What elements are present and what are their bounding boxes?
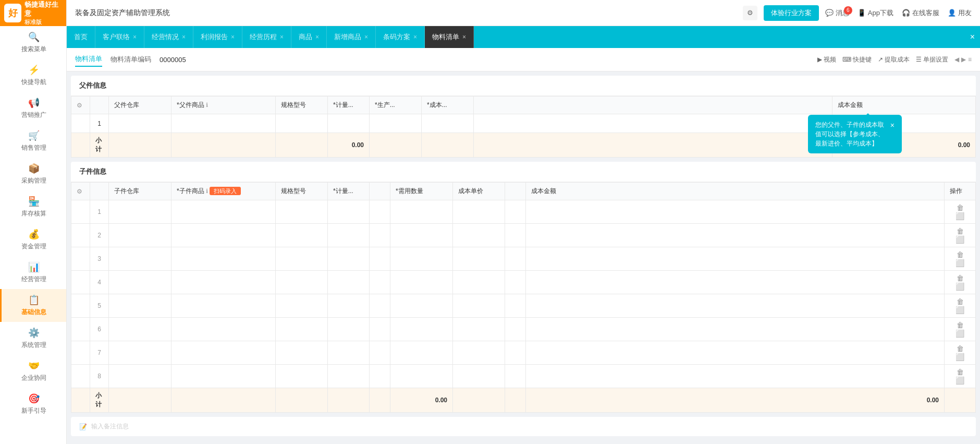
settings-button[interactable]: ⚙ (743, 6, 757, 20)
child-row-0-unit[interactable] (328, 200, 370, 224)
nav-prev[interactable]: ◀ (954, 56, 959, 63)
parent-row-cost[interactable] (422, 114, 474, 133)
sidebar-item-system[interactable]: ⚙️ 系统管理 (0, 322, 66, 355)
tab-customers[interactable]: 客户联络 × (95, 26, 144, 48)
child-row-6-copy-btn[interactable]: ⬜ (954, 352, 965, 362)
single-settings-action[interactable]: ☰ 单据设置 (916, 55, 948, 64)
parent-row-spec[interactable] (276, 114, 328, 133)
child-row-7-warehouse[interactable] (109, 365, 172, 388)
sub-tab-bom-code[interactable]: 物料清单编码 (111, 53, 151, 66)
parent-product-info-icon[interactable]: ℹ (206, 102, 208, 108)
child-row-4-product[interactable] (172, 294, 276, 318)
tab-operations[interactable]: 经营情况 × (144, 26, 193, 48)
child-row-2-unit[interactable] (328, 247, 370, 271)
sidebar-item-inventory[interactable]: 🏪 库存核算 (0, 190, 66, 223)
child-row-1-quantity[interactable] (390, 224, 453, 247)
sidebar-item-sales[interactable]: 🛒 销售管理 (0, 125, 66, 158)
child-row-0-product[interactable] (172, 200, 276, 224)
child-row-4-unit[interactable] (328, 294, 370, 318)
child-row-6-warehouse[interactable] (109, 341, 172, 365)
close-barcode-tab[interactable]: × (413, 33, 417, 41)
shortcut-action[interactable]: ⌨ 快捷键 (842, 55, 872, 64)
app-download-button[interactable]: 📱 App下载 (858, 8, 893, 18)
close-customers-tab[interactable]: × (133, 33, 137, 41)
close-products-tab[interactable]: × (315, 33, 319, 41)
tooltip-close-button[interactable]: × (890, 120, 895, 131)
trial-button[interactable]: 体验行业方案 (764, 5, 819, 21)
child-row-6-quantity[interactable] (390, 341, 453, 365)
tab-bom[interactable]: 物料清单 × (425, 26, 474, 48)
child-row-3-copy-btn[interactable]: ⬜ (954, 281, 965, 292)
parent-row-warehouse[interactable] (109, 114, 172, 133)
child-product-info-icon[interactable]: ℹ (206, 188, 208, 194)
note-placeholder[interactable]: 输入备注信息 (91, 422, 129, 431)
child-row-7-unit[interactable] (328, 365, 370, 388)
child-row-1-spec[interactable] (276, 224, 328, 247)
video-action[interactable]: ▶ 视频 (817, 55, 836, 64)
child-row-5-product[interactable] (172, 318, 276, 341)
nav-menu[interactable]: ≡ (968, 56, 972, 63)
child-row-1-unit[interactable] (328, 224, 370, 247)
sidebar-item-search[interactable]: 🔍 搜索菜单 (0, 26, 66, 59)
child-row-7-product[interactable] (172, 365, 276, 388)
close-operations-tab[interactable]: × (182, 33, 186, 41)
extract-cost-action[interactable]: ↗ 提取成本 (878, 55, 910, 64)
child-row-3-unit[interactable] (328, 271, 370, 294)
child-row-2-quantity[interactable] (390, 247, 453, 271)
child-row-0-unit-cost[interactable] (453, 200, 505, 224)
child-row-3-spec[interactable] (276, 271, 328, 294)
child-row-2-spec[interactable] (276, 247, 328, 271)
child-row-4-warehouse[interactable] (109, 294, 172, 318)
child-row-5-spec[interactable] (276, 318, 328, 341)
scan-button[interactable]: 扫码录入 (210, 187, 241, 195)
child-row-4-spec[interactable] (276, 294, 328, 318)
child-row-1-copy-btn[interactable]: ⬜ (954, 234, 965, 245)
child-row-6-spec[interactable] (276, 341, 328, 365)
sidebar-item-enterprise[interactable]: 🤝 企业协同 (0, 355, 66, 388)
close-bom-tab[interactable]: × (462, 33, 466, 41)
child-row-1-unit-cost[interactable] (453, 224, 505, 247)
tab-products[interactable]: 商品 × (291, 26, 327, 48)
child-row-0-warehouse[interactable] (109, 200, 172, 224)
child-row-4-quantity[interactable] (390, 294, 453, 318)
parent-row-product[interactable] (172, 114, 276, 133)
child-row-5-warehouse[interactable] (109, 318, 172, 341)
child-row-5-copy-btn[interactable]: ⬜ (954, 328, 965, 339)
child-row-2-copy-btn[interactable]: ⬜ (954, 258, 965, 268)
child-row-5-unit[interactable] (328, 318, 370, 341)
sidebar-item-purchase[interactable]: 📦 采购管理 (0, 158, 66, 190)
online-service-button[interactable]: 🎧 在线客服 (902, 8, 939, 18)
sidebar-item-quick-nav[interactable]: ⚡ 快捷导航 (0, 59, 66, 92)
child-row-4-unit-cost[interactable] (453, 294, 505, 318)
close-profit-tab[interactable]: × (231, 33, 235, 41)
child-row-7-unit-cost[interactable] (453, 365, 505, 388)
tab-history[interactable]: 经营历程 × (242, 26, 291, 48)
close-history-tab[interactable]: × (280, 33, 284, 41)
sidebar-item-marketing[interactable]: 📢 营销推广 (0, 92, 66, 125)
tab-new-products[interactable]: 新增商品 × (327, 26, 376, 48)
tab-profit[interactable]: 利润报告 × (193, 26, 242, 48)
close-all-tabs[interactable]: × (965, 26, 980, 48)
child-row-6-unit-cost[interactable] (453, 341, 505, 365)
parent-row-production[interactable] (370, 114, 422, 133)
child-row-0-quantity[interactable] (390, 200, 453, 224)
nav-next[interactable]: ▶ (961, 56, 966, 63)
child-row-2-warehouse[interactable] (109, 247, 172, 271)
child-row-7-quantity[interactable] (390, 365, 453, 388)
child-row-1-product[interactable] (172, 224, 276, 247)
child-row-3-product[interactable] (172, 271, 276, 294)
child-row-7-copy-btn[interactable]: ⬜ (954, 375, 965, 386)
child-row-4-copy-btn[interactable]: ⬜ (954, 305, 965, 315)
child-row-0-copy-btn[interactable]: ⬜ (954, 211, 965, 221)
parent-gear-icon[interactable]: ⚙ (77, 102, 82, 109)
child-row-6-product[interactable] (172, 341, 276, 365)
tab-home[interactable]: 首页 (67, 26, 95, 48)
child-row-3-warehouse[interactable] (109, 271, 172, 294)
child-gear-icon[interactable]: ⚙ (77, 188, 82, 195)
child-row-2-product[interactable] (172, 247, 276, 271)
child-row-5-unit-cost[interactable] (453, 318, 505, 341)
child-row-3-unit-cost[interactable] (453, 271, 505, 294)
sidebar-item-guide[interactable]: 🎯 新手引导 (0, 388, 66, 421)
sidebar-item-basic-info[interactable]: 📋 基础信息 (0, 289, 66, 322)
sub-tab-bom[interactable]: 物料清单 (75, 52, 102, 67)
